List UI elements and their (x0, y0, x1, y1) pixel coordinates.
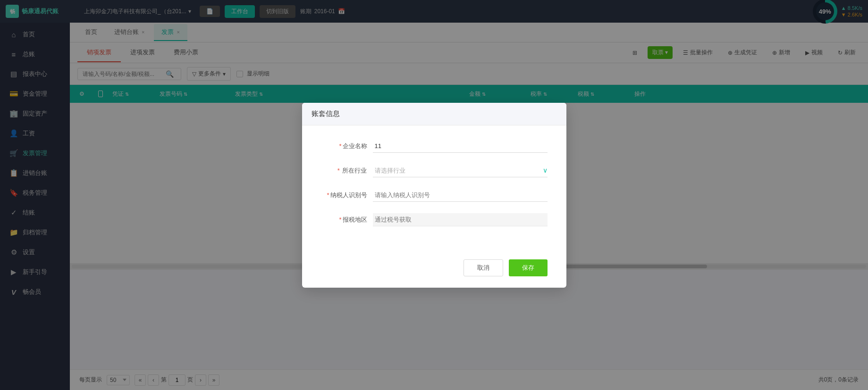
account-info-dialog: 账套信息 *企业名称 * 所在行业 请选择行业 ∨ (302, 103, 566, 288)
dialog-footer: 取消 保存 (302, 252, 566, 288)
required-star2: * (337, 167, 340, 174)
company-name-input[interactable] (373, 140, 548, 153)
dialog-title: 账套信息 (302, 103, 566, 125)
form-row-tax-region: *报税地区 (321, 213, 548, 226)
company-name-label: *企业名称 (321, 142, 373, 150)
required-star3: * (327, 191, 329, 199)
required-star: * (339, 142, 341, 149)
chevron-down-icon: ∨ (543, 166, 548, 174)
cancel-button[interactable]: 取消 (463, 259, 503, 276)
form-row-industry: * 所在行业 请选择行业 ∨ (321, 164, 548, 177)
form-row-company-name: *企业名称 (321, 140, 548, 153)
industry-select[interactable]: 请选择行业 (373, 164, 543, 177)
tax-id-label: *纳税人识别号 (321, 191, 373, 199)
save-button[interactable]: 保存 (509, 259, 548, 276)
dialog-body: *企业名称 * 所在行业 请选择行业 ∨ *纳税人识别号 (302, 125, 566, 252)
industry-select-wrap: 请选择行业 ∨ (373, 164, 548, 177)
tax-region-label: *报税地区 (321, 216, 373, 224)
dialog-overlay[interactable]: 账套信息 *企业名称 * 所在行业 请选择行业 ∨ (0, 0, 868, 390)
tax-region-input (373, 213, 548, 226)
form-row-tax-id: *纳税人识别号 (321, 189, 548, 202)
industry-label: * 所在行业 (321, 166, 373, 175)
tax-id-input[interactable] (373, 189, 548, 202)
required-star4: * (339, 216, 341, 223)
